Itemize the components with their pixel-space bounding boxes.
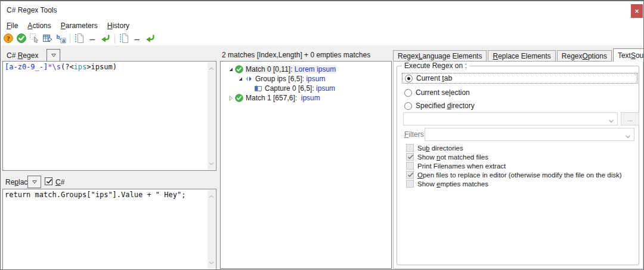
checkbox-show-not-matched-files[interactable] [406,153,414,161]
tree-node-value: Lorem ipsum [293,65,336,73]
tab-text-source[interactable]: Text Source [613,48,644,62]
menu-parameters[interactable]: Parameters [56,20,103,31]
checkbox-label: Open files to replace in editor (otherwi… [417,171,622,179]
tab-replace-elements[interactable]: Replace Elements [488,50,555,62]
match-icon [235,65,243,73]
radio-current-tab[interactable] [405,75,413,82]
spacer-dash-icon [87,33,98,45]
scroll-up-icon[interactable] [209,64,214,73]
close-button[interactable]: ✕ [631,4,643,18]
checkbox-row-open-files-to-replace-in-editor-otherwise-modify-the-file-on-the-disk[interactable]: Open files to replace in editor (otherwi… [406,170,622,179]
regex-pattern-text: [a-z0-9_-]*\s(?<ips>ipsum) [5,63,206,72]
expander-open-icon[interactable] [236,74,244,84]
group-icon [244,75,253,83]
replace-input[interactable]: return match.Groups["ips"].Value + " Hey… [2,189,216,270]
tree-node-text: Match 1 [657,6]: ipsum [245,94,321,102]
expander-slot [246,84,253,93]
toolbar-doc-button[interactable] [119,33,129,44]
toolbar-select-button[interactable] [29,33,40,44]
tree-node-text: Match 0 [0,11]: Lorem ipsum [245,65,336,73]
run-regex-icon [16,33,27,45]
chevron-down-icon [608,117,614,125]
toolbar-export-button[interactable] [42,33,53,44]
checkbox-print-filenames-when-extract[interactable] [406,162,414,170]
radio-row-specified-directory[interactable]: Specified directory [402,100,475,111]
scroll-up-icon[interactable] [209,192,214,201]
toolbar-rename-button[interactable]: ba [55,33,66,44]
toolbar-ret-button[interactable] [100,33,111,44]
scroll-down-icon[interactable] [209,258,214,267]
checkbox-row-sub-directories[interactable]: Sub directories [406,143,463,152]
regex-input[interactable]: [a-z0-9_-]*\s(?<ips>ipsum) [2,61,216,171]
tree-node-label: Group ips [6,5]: [255,75,304,83]
checkbox-row-show-empties-matches[interactable]: Show empties matches [406,179,488,188]
capture-icon [254,84,262,93]
export-table-icon [42,33,53,45]
chevron-down-icon [51,51,57,60]
toolbar-separator [70,34,70,44]
radio-label: Current selection [416,88,470,97]
radio-row-current-tab[interactable]: Current tab [402,73,637,84]
replace-editor-scrollbar[interactable] [208,190,215,269]
menu-file[interactable]: File [2,20,23,31]
help-icon: ? [3,33,14,45]
tree-row[interactable]: Match 0 [0,11]: Lorem ipsum [221,65,391,74]
expander-open-icon[interactable] [227,65,234,74]
menu-history[interactable]: History [103,20,134,31]
match-icon [235,94,243,102]
groupbox-title: Execute Regex on : [402,62,469,70]
filters-combobox[interactable] [425,128,634,141]
regex-label: C# Regex [7,51,38,60]
insert-newline-icon [100,33,111,45]
radio-label: Current tab [416,74,452,82]
tree-node-label: Match 1 [657,6]: [246,94,297,102]
toolbar-dash-button[interactable] [87,33,98,44]
toolbar: ?ba [1,32,156,45]
radio-current-selection[interactable] [404,89,412,97]
scroll-down-icon[interactable] [209,159,214,168]
app-window: C# Regex Tools ✕ FileActionsParametersHi… [0,0,644,270]
toolbar-dash-button[interactable] [132,33,143,44]
radio-row-current-selection[interactable]: Current selection [402,87,470,98]
toolbar-ret-button[interactable] [145,33,156,44]
tab-regex-language-elements[interactable]: Regex Language Elements [393,50,487,62]
browse-directory-button[interactable]: ... [621,112,639,125]
paste-document-icon [119,33,129,45]
menu-actions[interactable]: Actions [23,20,55,31]
tree-row[interactable]: Group ips [6,5]: ipsum [221,74,391,84]
tree-row[interactable]: Match 1 [657,6]: ipsum [221,93,391,103]
csharp-replace-checkbox[interactable] [45,177,52,185]
checkbox-show-empties-matches[interactable] [406,180,414,188]
checkbox-open-files-to-replace-in-editor-otherwise-modify-the-file-on-the-disk[interactable] [406,171,414,179]
pointer-select-icon [29,33,40,45]
regex-editor-scrollbar[interactable] [208,62,215,170]
radio-label: Specified directory [416,102,475,110]
tab-regex-options[interactable]: Regex Options [557,50,612,62]
checkbox-sub-directories[interactable] [406,144,414,152]
regex-history-dropdown-button[interactable] [47,49,60,62]
replace-code-text: return match.Groups["ips"].Value + " Hey… [5,191,206,200]
tree-row[interactable]: Capture 0 [6,5]: ipsum [221,84,391,93]
tree-node-label: Capture 0 [6,5]: [265,84,314,93]
checkbox-row-show-not-matched-files[interactable]: Show not matched files [406,152,488,161]
execute-regex-groupbox: Execute Regex on : Current tabCurrent se… [397,66,639,265]
directory-combobox[interactable] [403,112,618,125]
svg-text:?: ? [7,35,10,42]
replace-history-dropdown-button[interactable] [27,176,41,188]
filters-label: Filters [404,130,424,139]
csharp-checkbox-label: C# [55,178,64,186]
chevron-down-icon [32,178,38,186]
rename-ba-icon: ba [55,33,66,45]
checkbox-label: Show not matched files [417,154,488,161]
radio-specified-directory[interactable] [404,102,412,110]
tree-node-text: Capture 0 [6,5]: ipsum [264,84,336,93]
chevron-down-icon [625,133,631,141]
toolbar-help-button[interactable]: ? [3,33,14,44]
window-title: C# Regex Tools [7,6,57,14]
toolbar-run-button[interactable] [16,33,27,44]
checkbox-row-print-filenames-when-extract[interactable]: Print Filenames when extract [406,161,506,170]
toolbar-separator [114,34,115,44]
expander-closed-icon[interactable] [227,93,234,103]
toolbar-doc-button[interactable] [74,33,85,44]
title-bar: C# Regex Tools ✕ [1,1,643,19]
